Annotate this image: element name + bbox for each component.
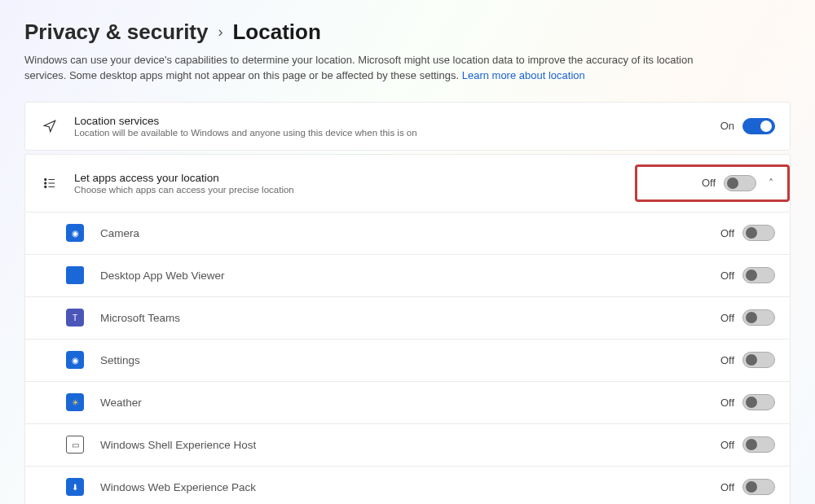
- app-toggle-settings[interactable]: [742, 352, 775, 368]
- app-row-weather: ☀ Weather Off: [25, 382, 790, 424]
- chevron-right-icon: ›: [218, 24, 222, 41]
- app-name: Desktop App Web Viewer: [84, 270, 720, 282]
- svg-point-2: [45, 182, 46, 184]
- app-toggle-shell[interactable]: [742, 436, 775, 453]
- location-services-subtitle: Location will be available to Windows an…: [74, 128, 720, 138]
- list-icon: [37, 176, 63, 191]
- web-experience-icon: ⬇: [66, 478, 84, 496]
- location-services-toggle[interactable]: [742, 118, 775, 134]
- apps-access-card[interactable]: Let apps access your location Choose whi…: [24, 154, 791, 213]
- location-services-card[interactable]: Location services Location will be avail…: [24, 102, 791, 151]
- app-row-desktop: Desktop App Web Viewer Off: [25, 255, 790, 297]
- app-state: Off: [720, 354, 734, 366]
- app-state: Off: [720, 439, 734, 451]
- settings-icon: ◉: [66, 351, 84, 369]
- app-name: Windows Web Experience Pack: [84, 481, 720, 493]
- desktop-app-icon: [66, 266, 84, 284]
- app-name: Camera: [84, 227, 720, 239]
- app-row-shell: ▭ Windows Shell Experience Host Off: [25, 424, 790, 467]
- app-row-webexp: ⬇ Windows Web Experience Pack Off: [25, 467, 790, 504]
- location-icon: [37, 119, 63, 134]
- app-name: Windows Shell Experience Host: [84, 439, 720, 451]
- app-row-teams: T Microsoft Teams Off: [25, 297, 790, 340]
- breadcrumb: Privacy & security › Location: [24, 0, 791, 53]
- weather-icon: ☀: [66, 393, 84, 411]
- teams-icon: T: [66, 309, 84, 327]
- shell-icon: ▭: [66, 436, 84, 454]
- app-toggle-teams[interactable]: [742, 309, 775, 326]
- app-row-camera: ◉ Camera Off: [25, 213, 790, 255]
- app-row-settings: ◉ Settings Off: [25, 340, 790, 382]
- location-services-title: Location services: [74, 115, 720, 127]
- app-toggle-desktop[interactable]: [742, 267, 775, 283]
- chevron-up-icon[interactable]: ˄: [756, 177, 786, 189]
- svg-point-0: [45, 178, 46, 180]
- highlight-annotation: Off ˄: [635, 164, 790, 202]
- apps-access-state: Off: [702, 177, 716, 189]
- svg-point-4: [45, 186, 46, 187]
- apps-access-toggle[interactable]: [724, 175, 756, 191]
- page-title: Location: [232, 20, 320, 45]
- app-state: Off: [720, 312, 734, 324]
- app-toggle-weather[interactable]: [742, 394, 775, 410]
- app-list: ◉ Camera Off Desktop App Web Viewer Off …: [24, 213, 791, 504]
- app-state: Off: [720, 270, 734, 282]
- location-services-state: On: [720, 120, 734, 132]
- apps-access-subtitle: Choose which apps can access your precis…: [74, 185, 635, 195]
- app-toggle-webexp[interactable]: [742, 479, 775, 495]
- app-state: Off: [720, 481, 734, 493]
- camera-icon: ◉: [66, 224, 84, 242]
- app-name: Settings: [84, 354, 720, 366]
- app-state: Off: [720, 227, 734, 239]
- app-toggle-camera[interactable]: [742, 225, 775, 241]
- app-state: Off: [720, 397, 734, 409]
- page-description: Windows can use your device's capabiliti…: [24, 53, 734, 84]
- description-text: Windows can use your device's capabiliti…: [24, 54, 693, 81]
- learn-more-link[interactable]: Learn more about location: [462, 69, 585, 81]
- breadcrumb-root[interactable]: Privacy & security: [24, 20, 208, 45]
- app-name: Weather: [84, 397, 720, 409]
- apps-access-title: Let apps access your location: [74, 172, 635, 184]
- app-name: Microsoft Teams: [84, 312, 720, 324]
